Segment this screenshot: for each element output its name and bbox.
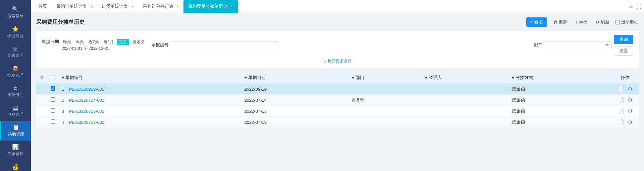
row-date-cell-3: 2022-07-13 [241, 117, 348, 128]
sidebar-item-inventory[interactable]: 📊 库存核算 [0, 141, 31, 160]
row-date-cell-1: 2022-07-14 [241, 95, 348, 106]
show-cols-checkbox-label[interactable]: 显示明细 [615, 19, 639, 25]
doc-no-input[interactable] [171, 41, 278, 49]
tab-close-purchase-order-exec[interactable]: × [177, 4, 179, 8]
cart-icon: 🛒 [12, 46, 19, 52]
filter-area: 单据日期 昨天 今天 近7天 近1月 更多 自定义 2022-01-01 至 2… [36, 31, 639, 68]
sidebar-item-shortcut[interactable]: ⭐ 快捷导航 [0, 22, 31, 42]
row-doc-no-cell-1: 2 PE-20220714-001 [58, 95, 241, 106]
doc-no-link-2[interactable]: PE-20220713-003 [69, 109, 105, 114]
table-header-row: ⚙ ≡ 单据编号 ≡ 单据日期 ≡ 部门 [36, 72, 639, 84]
tab-purchase-order-exec[interactable]: 采购订单执行表 × [138, 0, 183, 13]
add-button[interactable]: + 新增 [526, 17, 547, 27]
date-options: 昨天 今天 近7天 近1月 更多 自定义 [62, 39, 146, 45]
laptop-icon: 💻 [12, 104, 19, 111]
row-doc-no-cell-3: 4 PE-20220713-001 [58, 117, 241, 128]
maximize-icon[interactable]: ⛶ [637, 4, 641, 9]
date-today[interactable]: 今天 [74, 39, 85, 45]
page-title: 采购费用分摊单历史 [36, 19, 85, 26]
sidebar-item-finance[interactable]: 💰 资金管理 [0, 160, 31, 171]
row-ops-cell-3: 📄 ⚙ [612, 117, 639, 128]
sidebar-item-retail[interactable]: 🛒 零售管理 [0, 42, 31, 62]
sidebar-item-ecommerce[interactable]: 💻 电商管理 [0, 101, 31, 121]
tab-purchase-cost-history[interactable]: 采购费用分摊单历史 × [183, 0, 237, 13]
row-checkbox-3[interactable] [51, 119, 55, 124]
date-1month[interactable]: 近1月 [102, 39, 115, 45]
refresh-button[interactable]: ↻ 刷新 [594, 18, 611, 26]
row-date-cell-2: 2022-07-13 [241, 106, 348, 117]
close-window-icon[interactable]: ✕ [629, 4, 633, 9]
tab-goods-receipt-stats[interactable]: 进货单统计表 × [97, 0, 138, 13]
sidebar-item-search[interactable]: 🔍 搜索菜单 [0, 3, 31, 22]
row-more-icon-1[interactable]: ⚙ [628, 97, 632, 103]
doc-no-link-1[interactable]: PE-20220714-001 [69, 98, 105, 103]
row-edit-icon-2[interactable]: 📄 [618, 108, 625, 114]
col-date-header: ≡ 单据日期 [241, 72, 348, 84]
row-checkbox-0[interactable] [51, 86, 55, 91]
doc-no-label: 单据编号 [151, 42, 169, 48]
row-edit-icon-0[interactable]: 📄 [618, 86, 625, 92]
expand-label: 展开更多条件 [328, 58, 352, 64]
chart-icon: 📊 [12, 144, 19, 150]
date-more[interactable]: 更多 [117, 39, 129, 45]
row-more-icon-0[interactable]: ⚙ [628, 86, 632, 92]
row-method-cell-3: 按金额 [508, 117, 612, 128]
clipboard-icon: 📋 [13, 124, 19, 131]
box-icon: 📦 [12, 65, 19, 72]
row-checkbox-1[interactable] [51, 97, 55, 102]
row-edit-icon-1[interactable]: 📄 [618, 97, 625, 103]
doc-no-link-0[interactable]: PE-20220919-002 [69, 87, 105, 92]
column-settings-icon[interactable]: ⚙ [40, 75, 44, 80]
select-all-checkbox[interactable] [51, 75, 55, 79]
refresh-icon: ↻ [596, 20, 599, 25]
row-settings-cell [36, 106, 47, 117]
tab-close-purchase-cost-history[interactable]: × [231, 4, 233, 8]
tab-bar: 首页 采购订单统计表 × 进货单统计表 × 采购订单执行表 × 采购费用分摊单历… [31, 0, 644, 13]
row-settings-cell [36, 117, 47, 128]
table-row: 4 PE-20220713-001 2022-07-13 按金额 📄 ⚙ [36, 117, 639, 128]
sidebar-item-ecommerce-small[interactable]: 🖥 小畅电商 [0, 82, 31, 101]
row-handler-cell-1 [422, 95, 509, 106]
dept-select[interactable] [545, 41, 612, 49]
col-handler-label: ≡ 经手人 [425, 75, 442, 80]
export-button[interactable]: ↑ 导出 [574, 18, 590, 26]
expand-conditions-row[interactable]: ▽ 展开更多条件 [42, 58, 633, 64]
table-row: 2 PE-20220714-001 2022-07-14 财务部 按金额 📄 ⚙ [36, 95, 639, 106]
row-handler-cell-2 [422, 106, 509, 117]
col-method-header: ≡ 分摊方式 [508, 72, 612, 84]
col-dept-label: ≡ 部门 [352, 75, 364, 80]
col-date-label: ≡ 单据日期 [244, 75, 265, 80]
row-checkbox-cell [47, 106, 58, 117]
date-7days[interactable]: 近7天 [87, 39, 100, 45]
tab-home[interactable]: 首页 [34, 0, 52, 13]
row-settings-cell [36, 95, 47, 106]
date-custom[interactable]: 自定义 [131, 39, 146, 45]
row-checkbox-cell [47, 117, 58, 128]
row-checkbox-2[interactable] [51, 108, 55, 113]
row-more-icon-3[interactable]: ⚙ [628, 119, 632, 125]
tab-purchase-order-stats[interactable]: 采购订单统计表 × [52, 0, 97, 13]
date-yesterday[interactable]: 昨天 [62, 39, 72, 45]
row-doc-no-cell-2: 3 PE-20220713-003 [58, 106, 241, 117]
show-cols-checkbox[interactable] [615, 20, 620, 24]
row-settings-cell [36, 84, 47, 95]
settings-button[interactable]: 设置 [614, 46, 633, 56]
query-button[interactable]: 查询 [614, 35, 633, 44]
col-checkbox-header [47, 72, 58, 84]
row-dept-cell-1: 财务部 [348, 95, 421, 106]
delete-button[interactable]: 🗑 删除 [551, 18, 570, 26]
row-date-cell-0: 2022-09-19 [241, 84, 348, 95]
row-doc-no-cell-0: 1 PE-20220919-002 [58, 84, 241, 95]
delete-icon: 🗑 [553, 20, 557, 25]
tab-close-goods-receipt-stats[interactable]: × [131, 4, 133, 8]
row-edit-icon-3[interactable]: 📄 [618, 119, 625, 125]
main-area: 首页 采购订单统计表 × 进货单统计表 × 采购订单执行表 × 采购费用分摊单历… [31, 0, 644, 171]
tab-close-purchase-order-stats[interactable]: × [90, 4, 92, 8]
row-ops-cell-2: 📄 ⚙ [612, 106, 639, 117]
doc-no-link-3[interactable]: PE-20220713-001 [69, 120, 105, 125]
query-settings-group: 查询 设置 [614, 35, 633, 56]
sidebar-item-purchase[interactable]: 📋 采购管理 [0, 121, 31, 141]
row-more-icon-2[interactable]: ⚙ [628, 108, 632, 114]
sidebar-item-wholesale[interactable]: 📦 批发管理 [0, 62, 31, 82]
table-row: 3 PE-20220713-003 2022-07-13 按金额 📄 ⚙ [36, 106, 639, 117]
